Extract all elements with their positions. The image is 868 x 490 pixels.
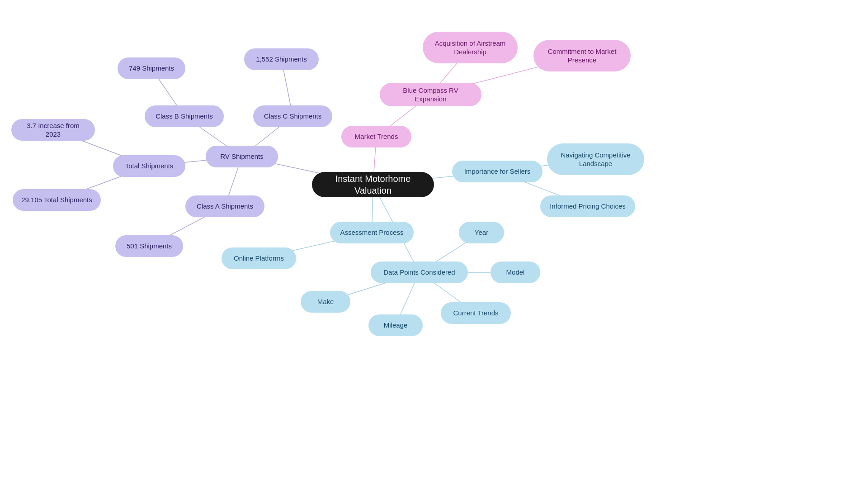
- assessment-process-node: Assessment Process: [330, 222, 414, 243]
- online-platforms-label: Online Platforms: [234, 254, 284, 263]
- airstream-label: Acquisition of Airstream Dealership: [431, 39, 509, 57]
- shipments-749-label: 749 Shipments: [129, 64, 174, 73]
- mileage-node: Mileage: [368, 314, 423, 336]
- year-label: Year: [475, 228, 488, 237]
- class-b-label: Class B Shipments: [156, 112, 213, 121]
- rv-shipments-label: RV Shipments: [220, 152, 264, 161]
- model-node: Model: [491, 262, 540, 283]
- data-points-node: Data Points Considered: [371, 262, 468, 283]
- data-points-label: Data Points Considered: [383, 268, 455, 277]
- informed-pricing-label: Informed Pricing Choices: [550, 202, 626, 211]
- mileage-label: Mileage: [384, 321, 408, 330]
- importance-sellers-node: Importance for Sellers: [452, 161, 542, 182]
- assessment-process-label: Assessment Process: [340, 228, 403, 237]
- navigating-node: Navigating Competitive Landscape: [547, 143, 644, 175]
- current-trends-node: Current Trends: [441, 302, 511, 324]
- navigating-label: Navigating Competitive Landscape: [555, 151, 636, 168]
- commitment-label: Commitment to Market Presence: [542, 47, 623, 65]
- informed-pricing-node: Informed Pricing Choices: [540, 195, 635, 217]
- importance-sellers-label: Importance for Sellers: [464, 167, 531, 176]
- online-platforms-node: Online Platforms: [222, 247, 296, 269]
- class-b-node: Class B Shipments: [145, 105, 224, 127]
- class-c-label: Class C Shipments: [264, 112, 322, 121]
- market-trends-node: Market Trends: [341, 126, 411, 147]
- total-shipments-label: Total Shipments: [125, 162, 174, 171]
- total-shipments-node: Total Shipments: [113, 155, 185, 177]
- total-29105-node: 29,105 Total Shipments: [13, 189, 101, 211]
- center-node: Instant Motorhome Valuation: [312, 172, 434, 197]
- shipments-1552-label: 1,552 Shipments: [256, 55, 307, 64]
- blue-compass-label: Blue Compass RV Expansion: [388, 86, 473, 104]
- current-trends-label: Current Trends: [453, 309, 498, 318]
- class-c-node: Class C Shipments: [253, 105, 332, 127]
- model-label: Model: [506, 268, 525, 277]
- commitment-node: Commitment to Market Presence: [533, 40, 631, 71]
- class-a-node: Class A Shipments: [185, 195, 264, 217]
- make-node: Make: [301, 291, 350, 313]
- shipments-501-label: 501 Shipments: [127, 242, 172, 251]
- market-trends-label: Market Trends: [355, 132, 398, 141]
- shipments-749-node: 749 Shipments: [118, 57, 185, 79]
- year-node: Year: [459, 222, 504, 243]
- airstream-node: Acquisition of Airstream Dealership: [423, 32, 518, 63]
- rv-shipments-node: RV Shipments: [206, 146, 278, 167]
- shipments-501-node: 501 Shipments: [115, 235, 183, 257]
- shipments-1552-node: 1,552 Shipments: [244, 48, 319, 70]
- increase-2023-node: 3.7 Increase from 2023: [11, 119, 95, 141]
- center-label: Instant Motorhome Valuation: [326, 173, 420, 196]
- total-29105-label: 29,105 Total Shipments: [21, 195, 92, 205]
- make-label: Make: [317, 297, 334, 306]
- blue-compass-node: Blue Compass RV Expansion: [380, 83, 481, 106]
- class-a-label: Class A Shipments: [197, 202, 253, 211]
- increase-2023-label: 3.7 Increase from 2023: [19, 121, 87, 139]
